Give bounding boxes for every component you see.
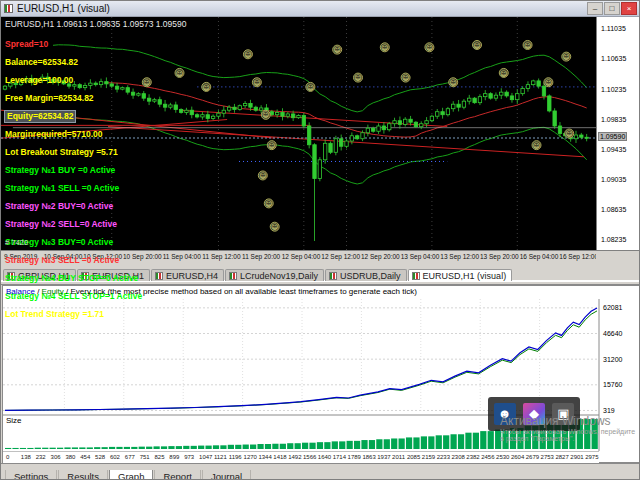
trade-number-label: 528 [95, 454, 105, 460]
svg-text:☺: ☺ [334, 46, 341, 54]
lot-size-bar [131, 447, 137, 449]
lot-size-bar [116, 447, 122, 449]
tab-results[interactable]: Results [58, 470, 108, 480]
lot-size-bar [495, 430, 501, 449]
chart-icon [155, 272, 163, 280]
time-label: 13 Sep 20:00 [480, 253, 519, 260]
lot-size-bar [451, 434, 457, 449]
chart-icon [4, 4, 13, 13]
price-chart[interactable]: ☺☺☺☺☺☺☺☺☺☺☺☺☺☺☺☺☺☺☺☺☺☺☺☺ EURUSD,H1 1.096… [1, 17, 640, 263]
lot-size-bar [183, 446, 189, 449]
lot-size-bar [265, 444, 271, 449]
popup-icon-2[interactable]: ◆ [523, 403, 545, 425]
chart-overlay: Spread=10Balance=62534.82Leverage=100.00… [5, 33, 142, 321]
lot-size-bar [42, 448, 48, 449]
time-label: 12 Sep 12:00 [321, 253, 360, 260]
price-label: 1.08635 [601, 206, 626, 213]
trade-number-label: 751 [140, 454, 150, 460]
lot-size-bar [376, 439, 382, 449]
lot-size-bar [27, 448, 33, 449]
svg-text:☺: ☺ [143, 79, 150, 87]
trade-number-label: 138 [21, 454, 31, 460]
tab-report[interactable]: Report [154, 470, 201, 480]
minimize-button[interactable]: – [587, 2, 603, 15]
lot-size-bar [309, 443, 315, 449]
svg-text:☺: ☺ [545, 79, 552, 87]
balance-axis-label: 62081 [603, 304, 623, 311]
chart-icon [412, 272, 420, 280]
trade-number-label: 825 [155, 454, 165, 460]
lot-size-bar [154, 446, 160, 449]
ohlc-info-line: EURUSD,H1 1.09613 1.09635 1.09573 1.0959… [5, 19, 186, 29]
lot-size-bar [235, 445, 241, 449]
lot-size-bar [413, 437, 419, 449]
lot-size-bar [35, 448, 41, 449]
lot-size-bar [191, 446, 197, 449]
trade-number-label: 1863 [362, 454, 375, 460]
lot-size-bar [369, 440, 375, 449]
lot-size-bar [339, 441, 345, 449]
lot-size-bar [280, 444, 286, 449]
time-label: 12 Sep 04:00 [282, 253, 321, 260]
lot-size-bar [57, 448, 63, 449]
lot-size-bar [406, 437, 412, 449]
mt4-tester-window: EURUSD,H1 (visual) – □ × ☺☺☺☺☺☺☺☺☺☺☺☺☺☺☺… [0, 0, 640, 480]
legend-balance: Balance [6, 287, 35, 296]
trade-number-label: 973 [184, 454, 194, 460]
lot-size-bar [5, 448, 11, 449]
lot-size-bar [213, 445, 219, 449]
svg-text:☺: ☺ [524, 42, 531, 50]
svg-text:☺: ☺ [176, 70, 183, 78]
trade-number-label: 1196 [229, 454, 242, 460]
tab-graph[interactable]: Graph [109, 470, 153, 480]
popup-icon-3[interactable]: ▣ [552, 403, 574, 425]
lot-size-bar [205, 446, 211, 449]
tab-settings[interactable]: Settings [5, 470, 57, 480]
overlay-line: Strategy №2 BUY=0 Active [5, 201, 113, 211]
overlay-line: Strategy №2 SELL=0 Active [5, 219, 117, 229]
lot-size-bar [302, 443, 308, 449]
overlay-line: Marginrequired=5710.00 [5, 129, 103, 139]
overlay-line: Lot Breakout Strategy =5.71 [5, 147, 118, 157]
lot-size-bar [161, 446, 167, 449]
maximize-button[interactable]: □ [604, 2, 620, 15]
close-button[interactable]: × [621, 2, 637, 15]
trade-number-label: 1121 [214, 454, 227, 460]
lot-size-bar [20, 448, 26, 449]
trade-number-label: 454 [80, 454, 90, 460]
chart-icon [229, 272, 237, 280]
trade-number-label: 1344 [258, 454, 271, 460]
legend-equity: Equity [42, 287, 64, 296]
tester-tabs: SettingsResultsGraphReportJournal [1, 463, 640, 480]
price-label: 1.08235 [601, 236, 626, 243]
svg-text:☺: ☺ [450, 79, 457, 87]
trade-number-label: 306 [51, 454, 61, 460]
svg-text:☺: ☺ [426, 44, 433, 52]
legend-model: / Every tick (the most precise method ba… [64, 287, 417, 296]
price-axis[interactable]: 1.110351.106351.102351.098351.094351.090… [596, 17, 640, 250]
svg-text:☺: ☺ [203, 84, 210, 92]
balance-axis-label: 319 [603, 407, 615, 414]
lot-size-bar [399, 438, 405, 449]
lot-size-bar [72, 447, 78, 449]
trade-number-label: 2308 [452, 454, 465, 460]
lot-size-bar [361, 440, 367, 449]
trade-number-label: 2530 [496, 454, 509, 460]
svg-text:☺: ☺ [259, 172, 266, 180]
overlay-line: Strategy №4 BUY STOP=0 Active [5, 273, 138, 283]
lot-size-bar [436, 435, 442, 449]
lot-size-bar [287, 443, 293, 449]
tab-journal[interactable]: Journal [202, 470, 251, 480]
trade-number-label: 2604 [511, 454, 524, 460]
trade-number-label: 1418 [273, 454, 286, 460]
svg-text:☺: ☺ [253, 79, 260, 87]
trade-number-label: 0 [6, 454, 9, 460]
lot-size-bar [198, 446, 204, 449]
lot-size-bar [79, 447, 85, 449]
price-label: 1.10235 [601, 86, 626, 93]
popup-icon-1[interactable]: ☻ [494, 403, 516, 425]
time-label: 16 Sep 04:00 [520, 253, 559, 260]
lot-size-bar [592, 419, 598, 449]
svg-text:☺: ☺ [244, 51, 251, 59]
lot-size-bar [109, 447, 115, 449]
